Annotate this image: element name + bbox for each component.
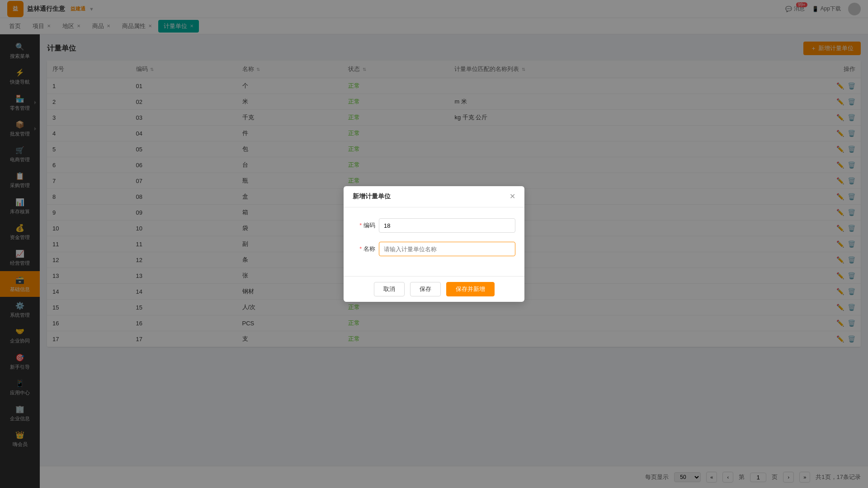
name-label: * 名称 — [353, 245, 375, 253]
modal-close-btn[interactable]: ✕ — [509, 193, 515, 200]
modal-title: 新增计量单位 — [353, 192, 391, 201]
modal-overlay: 新增计量单位 ✕ * 编码 * 名称 取消 保存 保存并新增 — [0, 0, 868, 488]
code-label: * 编码 — [353, 221, 375, 230]
save-button[interactable]: 保存 — [410, 282, 441, 296]
cancel-button[interactable]: 取消 — [374, 282, 405, 296]
modal-body: * 编码 * 名称 — [344, 207, 524, 276]
code-required-star: * — [359, 222, 362, 229]
add-unit-modal: 新增计量单位 ✕ * 编码 * 名称 取消 保存 保存并新增 — [344, 186, 524, 302]
save-new-button[interactable]: 保存并新增 — [446, 282, 495, 296]
modal-footer: 取消 保存 保存并新增 — [344, 276, 524, 302]
modal-header: 新增计量单位 ✕ — [344, 186, 524, 207]
name-input[interactable] — [379, 242, 515, 256]
code-field-row: * 编码 — [353, 218, 515, 233]
name-field-row: * 名称 — [353, 242, 515, 256]
name-required-star: * — [359, 245, 362, 252]
code-input[interactable] — [379, 218, 515, 233]
